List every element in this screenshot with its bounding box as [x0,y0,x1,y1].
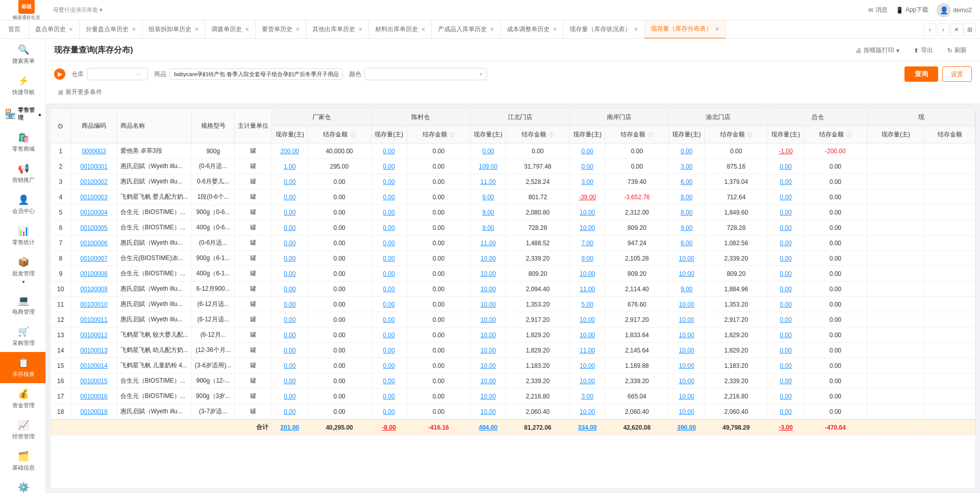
th-gear[interactable]: ⚙ [51,109,71,144]
setting-button[interactable]: 设置 [942,66,972,82]
cell-jiangbei-stock: 109.00 [470,159,506,174]
cell-curr-stock [867,389,924,404]
sidebar-item-ecommerce[interactable]: 💻 电商管理 [0,290,45,321]
color-select[interactable]: ▾ [364,68,487,80]
cell-nanan-stock: 3.00 [570,174,605,190]
sidebar-item-wholesale[interactable]: 📦 批发管理 ▼ [0,251,45,290]
table-container[interactable]: ⚙ 商品编码 商品名称 规格型号 主计量单位 厂家仓 陈村仓 江北门店 南岸门店… [50,108,976,489]
cell-spec: (6-12月适... [191,312,234,327]
cell-yubei-amt: 2,917.20 [704,312,768,327]
messages-button[interactable]: ✉ 消息 [868,6,888,14]
cell-name: 飞鹤星飞帆 儿童奶粉 4... [117,358,191,373]
tab-transfer[interactable]: 调拨单历史 ✕ [205,20,256,39]
cell-spec: 900g（3岁... [191,389,234,404]
export-button[interactable]: ⬆ 导出 [909,44,938,57]
sidebar-item-finance[interactable]: 💰 资金管理 [0,383,45,414]
tab-cost-adjust[interactable]: 成本调整单历史 ✕ [501,20,564,39]
sidebar-item-marketing[interactable]: 📢 营销推广 [0,158,45,189]
cell-nanan-amt: 2,339.20 [605,373,669,389]
tab-assembly[interactable]: 组装拆卸单历史 ✕ [142,20,205,39]
cell-unit: 罐 [235,266,272,281]
cell-seq: 7 [51,236,71,251]
tab-material-out[interactable]: 材料出库单历史 ✕ [369,20,432,39]
close-icon[interactable]: ✕ [553,27,557,32]
close-icon[interactable]: ✕ [421,27,425,32]
cell-unit: 罐 [235,404,272,420]
tab-prev-button[interactable]: ‹ [924,24,936,36]
ellipsis-icon[interactable]: ··· [134,71,143,78]
summary-yubei-amt: 49,798.29 [704,419,768,435]
query-button[interactable]: 查询 [904,66,938,82]
cell-name: 惠氏启賦（Wyeth illu... [117,236,191,251]
user-menu[interactable]: 👤 demo2 [937,3,972,17]
sidebar-item-base[interactable]: 🗂️ 基础信息 [0,445,45,477]
table-row: 17 00100016 合生元（BIOSTIME）... 900g（3岁... … [51,389,975,404]
refresh-button[interactable]: ↻ 刷新 [942,44,972,57]
cell-jiangbei-amt: 2,339.20 [506,373,569,389]
tab-partial-stocktake[interactable]: 分量盘点单历史 ✕ [80,20,142,39]
tab-home[interactable]: 首页 [0,20,29,39]
summary-jiangbei-amt: 81,272.06 [506,419,569,435]
gear-icon[interactable]: ⚙ [57,122,64,130]
sidebar-item-purchase[interactable]: 🛒 采购管理 [0,321,45,352]
sidebar-item-search[interactable]: 🔍 搜索英单 [0,39,45,70]
warehouse-select[interactable]: ··· [87,68,148,80]
close-icon[interactable]: ✕ [245,27,249,32]
cell-factory-amt: 295.00 [308,159,371,174]
cell-unit: 罐 [235,358,272,373]
close-icon[interactable]: ✕ [132,27,136,32]
tab-product-in[interactable]: 产成品入库单历史 ✕ [432,20,501,39]
collapse-button[interactable]: ▶ [54,68,65,80]
cell-chenshi-stock: 0.00 [371,327,407,343]
sidebar-item-retail-stat[interactable]: 📊 零售统计 [0,220,45,251]
summary-factory-amt: 40,295.00 [308,419,371,435]
expand-button[interactable]: ⊞ 展开更多条件 [54,86,106,99]
summary-row: 合计 201.00 40,295.00 -8.00 -416.16 494.00… [51,419,975,435]
close-icon[interactable]: ✕ [715,26,719,32]
tab-stock-status[interactable]: 现存量（库存状况表） ✕ [564,20,645,39]
table-row: 13 00100012 飞鹤星飞帆 较大婴儿配... (6-12月... 罐 0… [51,327,975,343]
tab-other-out[interactable]: 其他出库单历史 ✕ [306,20,369,39]
cell-jiangbei-stock: 10.00 [470,404,506,420]
cell-chenshi-stock: 0.00 [371,281,407,297]
cell-total-stock: 0.00 [768,251,803,266]
tab-next-button[interactable]: › [937,24,949,36]
cell-spec: 0-6月婴儿... [191,174,234,190]
sidebar-item-member[interactable]: 👤 会员中心 [0,189,45,220]
th-yubei: 渝北门店 [669,109,768,126]
sidebar-item-retail-mgmt[interactable]: 🏪 零售管理 ▲ [0,101,45,127]
close-icon[interactable]: ✕ [69,27,73,32]
sidebar-item-stock[interactable]: 📋 库存核算 [0,352,45,383]
sidebar-item-ops[interactable]: 📈 经营管理 [0,414,45,445]
cell-yubei-amt: 728.28 [704,220,768,236]
sidebar-item-system[interactable]: ⚙️ 系统管理 [0,477,45,493]
close-icon[interactable]: ✕ [634,27,638,32]
sidebar-item-nav[interactable]: ⚡ 快捷导航 [0,70,45,101]
table-row: 8 00100007 合生元(BIOSTIME)浓... 900g（6-1...… [51,251,975,266]
cell-yubei-amt: 875.16 [704,159,768,174]
cell-code: 00100010 [71,297,117,312]
cell-total-amt: 0.00 [803,174,867,190]
cell-factory-stock: 0.00 [272,343,308,358]
cell-name: 飞鹤星飞帆 幼儿配方奶... [117,343,191,358]
cell-jiangbei-stock: 9.00 [470,205,506,220]
tab-close-button[interactable]: ✕ [950,24,963,36]
th-jiangbei-amt: 结存金额 ⓘ [506,126,569,144]
tab-stock-dist[interactable]: 现存量（库存分布表） ✕ [645,20,726,39]
tab-stocktake[interactable]: 盘点单历史 ✕ [29,20,80,39]
sidebar-item-retail-store[interactable]: 🛍️ 零售商城 [0,127,45,158]
product-input[interactable] [169,68,343,80]
tab-expand-button[interactable]: ⊞ [964,24,976,36]
cell-factory-stock: 0.00 [272,358,308,373]
print-button[interactable]: 🖨 按模版打印 ▾ [850,44,904,57]
close-icon[interactable]: ✕ [194,27,199,32]
th-code: 商品编码 [71,109,117,144]
tab-purchase-demand[interactable]: 要货单历史 ✕ [256,20,306,39]
app-download-button[interactable]: 📱 App下载 [896,6,928,14]
close-icon[interactable]: ✕ [296,27,300,32]
cell-seq: 1 [51,144,71,159]
industry-selector[interactable]: 母婴行业演示库套 ▾ [49,6,107,14]
cell-seq: 18 [51,404,71,420]
close-icon[interactable]: ✕ [358,27,362,32]
close-icon[interactable]: ✕ [490,27,494,32]
